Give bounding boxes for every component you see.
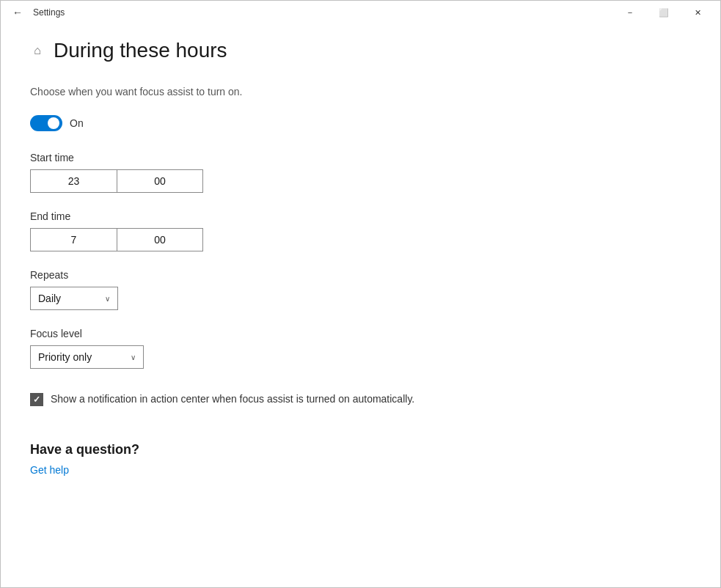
focus-assist-toggle[interactable] (30, 115, 62, 131)
repeats-value: Daily (38, 293, 61, 304)
focus-level-label: Focus level (30, 328, 691, 339)
restore-button[interactable]: ⬜ (647, 1, 681, 24)
checkmark-icon: ✓ (33, 394, 40, 405)
repeats-section: Repeats Daily ∨ (30, 269, 691, 310)
breadcrumb: ⌂ During these hours (30, 39, 691, 62)
settings-window: ← Settings − ⬜ ✕ ⌂ During these hours Ch… (0, 0, 721, 588)
focus-level-dropdown[interactable]: Priority only ∨ (30, 345, 144, 369)
close-button[interactable]: ✕ (681, 1, 714, 24)
end-minute-field[interactable]: 00 (117, 228, 203, 251)
end-hour-field[interactable]: 7 (30, 228, 117, 251)
focus-level-dropdown-arrow: ∨ (131, 353, 136, 361)
repeats-dropdown[interactable]: Daily ∨ (30, 287, 118, 310)
toggle-label: On (70, 117, 84, 129)
end-time-section: End time 7 00 (30, 210, 691, 251)
minimize-button[interactable]: − (613, 1, 647, 24)
repeats-label: Repeats (30, 269, 691, 281)
page-title: During these hours (54, 39, 227, 62)
back-button[interactable]: ← (7, 1, 29, 23)
start-time-section: Start time 23 00 (30, 152, 691, 193)
end-time-label: End time (30, 210, 691, 222)
subtitle-text: Choose when you want focus assist to tur… (30, 86, 691, 98)
start-minute-field[interactable]: 00 (117, 169, 203, 193)
end-time-row: 7 00 (30, 228, 691, 251)
toggle-row: On (30, 115, 691, 131)
notification-checkbox[interactable]: ✓ (30, 393, 43, 406)
start-time-label: Start time (30, 152, 691, 163)
home-icon[interactable]: ⌂ (30, 43, 45, 58)
focus-level-value: Priority only (38, 351, 92, 363)
title-bar: ← Settings − ⬜ ✕ (1, 1, 720, 24)
get-help-link[interactable]: Get help (30, 464, 69, 476)
title-bar-controls: − ⬜ ✕ (613, 1, 714, 24)
start-hour-field[interactable]: 23 (30, 169, 117, 193)
repeats-dropdown-arrow: ∨ (105, 295, 110, 303)
help-section: Have a question? Get help (30, 442, 691, 477)
start-time-row: 23 00 (30, 169, 691, 193)
question-title: Have a question? (30, 442, 691, 457)
title-bar-text: Settings (33, 7, 613, 18)
notification-checkbox-text: Show a notification in action center whe… (51, 392, 414, 407)
toggle-thumb (48, 117, 59, 129)
notification-checkbox-row: ✓ Show a notification in action center w… (30, 392, 691, 407)
focus-level-section: Focus level Priority only ∨ (30, 328, 691, 369)
toggle-track (30, 115, 62, 131)
content-area: ⌂ During these hours Choose when you wan… (1, 24, 720, 587)
